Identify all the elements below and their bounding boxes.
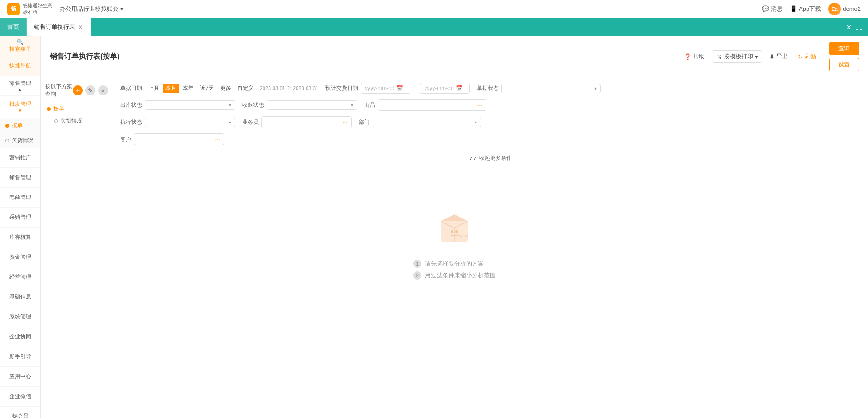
date-label: 单据日期	[120, 85, 142, 92]
company-dropdown[interactable]: 办公用品行业模拟账套 ▾	[56, 3, 127, 15]
sidebar-item-operations[interactable]: 经营管理	[0, 267, 40, 287]
calendar-end-icon: 📅	[456, 85, 462, 91]
tab-bar-right: ✕ ⛶	[846, 23, 868, 32]
help-button[interactable]: ❓ 帮助	[681, 51, 708, 62]
sidebar-item-purchase[interactable]: 采购管理	[0, 208, 40, 228]
sidebar-item-corpwechat[interactable]: 企业微信	[0, 387, 40, 407]
sidebar-item-inventory[interactable]: 库存核算	[0, 228, 40, 247]
filter-row-3: 执行状态 ▾ 业务员 ···	[120, 116, 861, 128]
svg-point-7	[455, 230, 458, 233]
page-title: 销售订单执行表(按单)	[50, 52, 120, 62]
scheme-panel-header: 按以下方案查询 ＋ ✎ «	[45, 83, 108, 98]
sidebar-item-newuser[interactable]: 新手引导	[0, 347, 40, 367]
tab-home[interactable]: 首页	[0, 18, 27, 36]
sidebar-item-marketing[interactable]: 营销推广	[0, 148, 40, 168]
filter-delivery-field: 出库状态 ▾	[120, 100, 235, 110]
sidebar-item-quicknav[interactable]: 快捷导航	[0, 56, 40, 76]
customer-more-icon[interactable]: ···	[215, 136, 220, 143]
sidebar-sub-item-shortage[interactable]: 欠货情况	[0, 133, 40, 148]
query-button[interactable]: 查询	[829, 42, 859, 55]
sidebar-item-appcenter[interactable]: 应用中心	[0, 367, 40, 387]
filter-predicted-date-field: 预计交货日期 yyyy-mm-dd 📅 — yyyy-mm-dd 📅	[326, 83, 470, 94]
refresh-button[interactable]: ↻ 刷新	[795, 51, 819, 62]
filter-salesperson-field: 业务员 ···	[242, 116, 352, 128]
inactive-dot-icon	[5, 139, 9, 142]
sidebar-item-member[interactable]: 畅会员	[0, 407, 40, 418]
logo-text: 畅捷通好生意 标准版	[23, 2, 52, 15]
filter-receipt-field: 收款状态 ▾	[242, 100, 357, 110]
sidebar: 🔍 搜索菜单 快捷导航 零售管理 ▶ 批发管理 ▼ 按单 欠货情况	[0, 36, 41, 418]
refresh-icon: ↻	[798, 53, 803, 60]
sidebar-item-search[interactable]: 🔍 搜索菜单	[0, 36, 40, 56]
predicted-date-start[interactable]: yyyy-mm-dd 📅	[361, 83, 410, 94]
sidebar-item-sales[interactable]: 销售管理	[0, 168, 40, 188]
fullscreen-icon[interactable]: ⛶	[855, 23, 863, 31]
receipt-label: 收款状态	[242, 101, 264, 109]
collapse-scheme-button[interactable]: «	[98, 86, 108, 95]
exec-select[interactable]: ▾	[145, 118, 235, 127]
filter-exec-field: 执行状态 ▾	[120, 118, 235, 127]
customer-input[interactable]: ···	[134, 133, 224, 145]
date-tab-7days[interactable]: 近7天	[197, 84, 217, 93]
product-more-icon[interactable]: ···	[477, 101, 482, 109]
tab-sales-order[interactable]: 销售订单执行表 ✕	[27, 18, 91, 36]
close-window-icon[interactable]: ✕	[846, 23, 852, 32]
dept-select[interactable]: ▾	[373, 118, 481, 127]
collapse-bar[interactable]: ∧∧ 收起更多条件	[120, 151, 861, 164]
scheme-active-dot	[47, 107, 51, 111]
dept-select-arrow-icon: ▾	[475, 120, 477, 125]
salesperson-input[interactable]: ···	[261, 116, 352, 128]
filter-row-1: 单据日期 上月 本月 本年 近7天 更多 自定义 2023-03-01 至 20…	[120, 83, 861, 94]
page-header-actions: ❓ 帮助 🖨 按模板打印 ▾ ⬇ 导出 ↻ 刷新	[681, 42, 859, 71]
app-download-button[interactable]: 📱 App下载	[790, 5, 821, 13]
filter-row-2: 出库状态 ▾ 收款状态 ▾	[120, 99, 861, 111]
sidebar-item-finance[interactable]: 资金管理	[0, 247, 40, 267]
tip-num-2: 2	[413, 271, 421, 280]
sidebar-item-wholesale[interactable]: 批发管理 ▼	[0, 96, 40, 118]
filter-conditions: 单据日期 上月 本月 本年 近7天 更多 自定义 2023-03-01 至 20…	[113, 77, 868, 169]
status-select[interactable]: ▾	[501, 84, 601, 93]
tab-close-icon[interactable]: ✕	[78, 24, 83, 31]
date-tab-custom[interactable]: 自定义	[235, 84, 256, 93]
filter-customer-field: 客户 ···	[120, 133, 224, 145]
date-tab-more[interactable]: 更多	[217, 84, 234, 93]
print-icon: 🖨	[716, 53, 722, 60]
salesperson-label: 业务员	[242, 119, 259, 126]
sidebar-item-retail[interactable]: 零售管理 ▶	[0, 76, 40, 96]
sidebar-item-basic[interactable]: 基础信息	[0, 287, 40, 307]
help-icon: ❓	[684, 53, 691, 60]
scheme-sub-item-shortage[interactable]: 欠货情况	[45, 115, 108, 127]
page-header: 销售订单执行表(按单) ❓ 帮助 🖨 按模板打印 ▾ ⬇ 导出	[41, 36, 868, 77]
settings-button[interactable]: 设置	[829, 58, 859, 71]
product-input[interactable]: ···	[378, 99, 486, 111]
search-icon: 🔍	[17, 39, 24, 45]
export-button[interactable]: ⬇ 导出	[767, 51, 791, 62]
date-tab-thismonth[interactable]: 本月	[163, 84, 179, 93]
salesperson-more-icon[interactable]: ···	[342, 119, 348, 126]
right-button-group: 查询 设置	[829, 42, 859, 71]
receipt-select-arrow-icon: ▾	[351, 103, 353, 108]
sidebar-sub-item-by-order[interactable]: 按单	[0, 118, 40, 133]
scheme-item-by-order[interactable]: 按单	[45, 103, 108, 115]
user-avatar-area[interactable]: Ea demo2	[828, 3, 861, 15]
chevron-down-icon: ▾	[120, 5, 123, 12]
add-scheme-button[interactable]: ＋	[73, 86, 83, 95]
date-tab-thisyear[interactable]: 本年	[180, 84, 196, 93]
receipt-select[interactable]: ▾	[267, 100, 357, 110]
predicted-date-end[interactable]: yyyy-mm-dd 📅	[420, 83, 470, 94]
filter-date-field: 单据日期 上月 本月 本年 近7天 更多 自定义 2023-03-01 至 20…	[120, 84, 318, 93]
exec-select-arrow-icon: ▾	[229, 120, 231, 125]
empty-state-illustration	[432, 205, 477, 251]
predicted-date-label: 预计交货日期	[326, 85, 358, 92]
header-left: 畅 畅捷通好生意 标准版 办公用品行业模拟账套 ▾	[7, 2, 127, 15]
delivery-select[interactable]: ▾	[145, 100, 235, 110]
sidebar-item-enterprise[interactable]: 企业协同	[0, 327, 40, 347]
tab-bar: 首页 销售订单执行表 ✕ ✕ ⛶	[0, 18, 868, 36]
message-button[interactable]: 💬 消息	[762, 5, 783, 13]
message-icon: 💬	[762, 5, 769, 12]
date-tab-lastmonth[interactable]: 上月	[146, 84, 162, 93]
print-button[interactable]: 🖨 按模板打印 ▾	[712, 50, 762, 63]
sidebar-item-ecommerce[interactable]: 电商管理	[0, 188, 40, 208]
sidebar-item-system[interactable]: 系统管理	[0, 307, 40, 327]
edit-scheme-button[interactable]: ✎	[85, 86, 95, 95]
